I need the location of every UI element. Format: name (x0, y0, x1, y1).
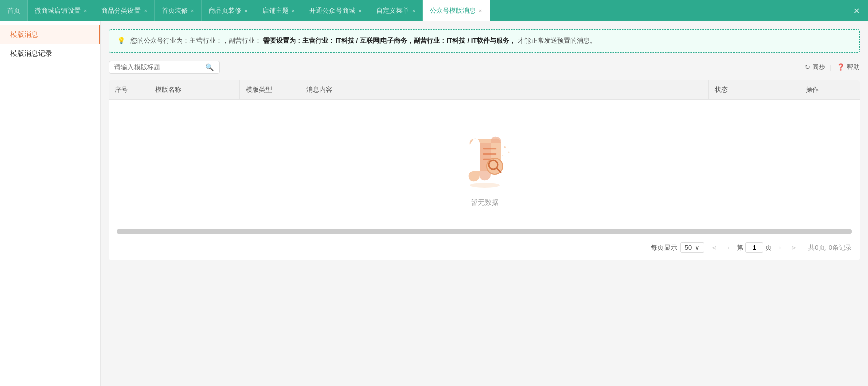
page-unit: 页 (765, 243, 772, 252)
pagination: 每页显示 50 ∨ ⊲ ‹ 第 页 › ⊳ 共0页, 0条记录 (109, 236, 860, 260)
page-label: 第 (737, 243, 743, 252)
svg-point-9 (502, 155, 503, 156)
notice-icon: 💡 (117, 37, 125, 44)
last-page-button[interactable]: ⊳ (788, 242, 800, 254)
search-bar: 🔍 ↻ 同步 | ❓ 帮助 (109, 61, 860, 74)
sidebar: 模版消息 模版消息记录 (0, 21, 101, 386)
help-button[interactable]: ❓ 帮助 (837, 63, 860, 72)
tab-product-decor[interactable]: 商品页装修 × (202, 0, 255, 21)
tab-home-decor-label: 首页装修 (162, 6, 188, 15)
tab-store-theme-close[interactable]: × (292, 8, 295, 14)
tab-product-decor-label: 商品页装修 (209, 6, 241, 15)
search-input[interactable] (114, 63, 205, 71)
sidebar-item-template-message-label: 模版消息 (10, 30, 38, 38)
prev-page-button[interactable]: ‹ (722, 242, 735, 254)
tab-custom-menu[interactable]: 自定义菜单 × (369, 0, 423, 21)
tab-product-category-label: 商品分类设置 (101, 6, 141, 15)
empty-illustration (454, 130, 515, 190)
tab-store-theme[interactable]: 店铺主题 × (255, 0, 302, 21)
action-divider: | (830, 63, 832, 71)
svg-point-7 (504, 146, 506, 148)
tab-template-msg-label: 公众号模版消息 (430, 6, 476, 15)
tab-custom-menu-close[interactable]: × (412, 8, 415, 14)
main-content: 💡 您的公众号行业为：主营行业：，副营行业： 需要设置为：主营行业：IT科技 /… (101, 21, 868, 386)
notice-banner: 💡 您的公众号行业为：主营行业：，副营行业： 需要设置为：主营行业：IT科技 /… (109, 29, 860, 53)
global-close-button[interactable]: ✕ (845, 6, 868, 16)
tab-wechat-shop-label: 微商城店铺设置 (35, 6, 81, 15)
per-page-section: 每页显示 50 ∨ (651, 242, 704, 253)
page-input[interactable] (745, 242, 763, 253)
help-label: 帮助 (847, 63, 860, 72)
th-index: 序号 (109, 80, 149, 99)
notice-highlight: 需要设置为：主营行业：IT科技 / 互联网|电子商务，副营行业：IT科技 / I… (263, 37, 516, 44)
sidebar-item-template-record-label: 模版消息记录 (10, 49, 52, 57)
th-type: 模版类型 (240, 80, 300, 99)
notice-suffix: 才能正常发送预置的消息。 (518, 37, 596, 44)
main-layout: 模版消息 模版消息记录 💡 您的公众号行业为：主营行业：，副营行业： 需要设置为… (0, 21, 868, 386)
tab-home-decor[interactable]: 首页装修 × (155, 0, 202, 21)
empty-text: 暂无数据 (471, 198, 499, 207)
notice-prefix: 您的公众号行业为：主营行业：，副营行业： (130, 37, 261, 44)
tab-custom-menu-label: 自定义菜单 (376, 6, 409, 15)
th-action: 操作 (799, 80, 860, 99)
next-page-button[interactable]: › (774, 242, 786, 254)
sync-label: 同步 (812, 63, 825, 72)
tab-product-decor-close[interactable]: × (244, 8, 247, 14)
svg-point-8 (508, 151, 509, 153)
tab-open-mall[interactable]: 开通公众号商城 × (302, 0, 369, 21)
first-page-button[interactable]: ⊲ (708, 242, 720, 254)
scroll-thumb[interactable] (117, 229, 852, 234)
th-name: 模版名称 (149, 80, 240, 99)
sidebar-item-template-message[interactable]: 模版消息 (0, 25, 100, 44)
search-input-wrapper[interactable]: 🔍 (109, 61, 220, 74)
sync-button[interactable]: ↻ 同步 (805, 63, 825, 72)
top-navigation: 首页 微商城店铺设置 × 商品分类设置 × 首页装修 × 商品页装修 × 店铺主… (0, 0, 868, 21)
tab-store-theme-label: 店铺主题 (262, 6, 289, 15)
per-page-value: 50 (685, 244, 692, 251)
total-info: 共0页, 0条记录 (808, 243, 852, 252)
data-table: 序号 模版名称 模版类型 消息内容 状态 操作 (109, 80, 860, 260)
empty-state: 暂无数据 (109, 100, 860, 227)
tab-template-msg-close[interactable]: × (479, 8, 482, 14)
tab-product-category[interactable]: 商品分类设置 × (94, 0, 154, 21)
help-icon: ❓ (837, 63, 845, 71)
search-actions: ↻ 同步 | ❓ 帮助 (805, 63, 860, 72)
tab-open-mall-label: 开通公众号商城 (309, 6, 355, 15)
th-content: 消息内容 (300, 80, 709, 99)
tab-home-label: 首页 (7, 6, 20, 15)
th-status: 状态 (709, 80, 799, 99)
tab-wechat-shop-close[interactable]: × (84, 8, 87, 14)
scroll-track[interactable] (117, 229, 852, 234)
tab-open-mall-close[interactable]: × (358, 8, 361, 14)
tab-wechat-shop[interactable]: 微商城店铺设置 × (28, 0, 94, 21)
tab-product-category-close[interactable]: × (144, 8, 147, 14)
sidebar-item-template-record[interactable]: 模版消息记录 (0, 44, 100, 63)
search-icon[interactable]: 🔍 (205, 63, 214, 71)
pagination-controls: ⊲ ‹ 第 页 › ⊳ (708, 242, 800, 254)
table-header: 序号 模版名称 模版类型 消息内容 状态 操作 (109, 80, 860, 100)
per-page-label: 每页显示 (651, 243, 677, 252)
svg-point-0 (470, 183, 500, 188)
per-page-select[interactable]: 50 ∨ (680, 242, 704, 253)
sync-icon: ↻ (805, 63, 810, 71)
tab-template-msg[interactable]: 公众号模版消息 × (423, 0, 489, 21)
chevron-down-icon: ∨ (695, 244, 700, 251)
tab-home[interactable]: 首页 (0, 0, 28, 21)
tab-home-decor-close[interactable]: × (191, 8, 194, 14)
